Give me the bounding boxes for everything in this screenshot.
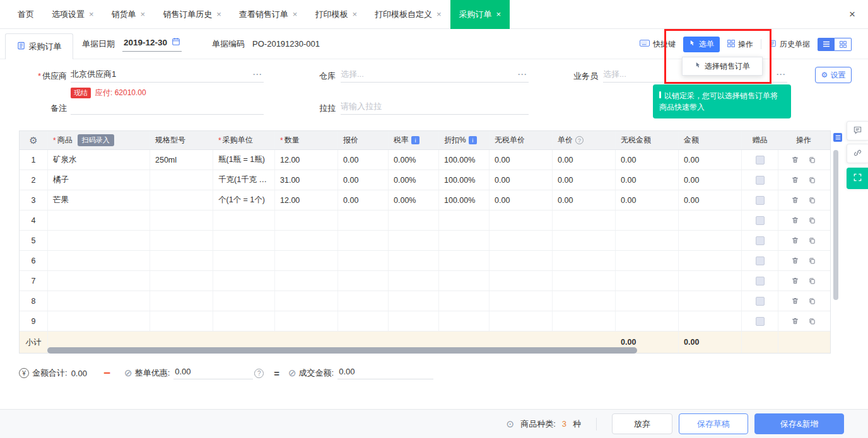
cell-qty[interactable] <box>275 251 338 270</box>
abandon-button[interactable]: 放弃 <box>612 413 672 434</box>
cell-notax-amount[interactable]: 0.00 <box>616 190 679 210</box>
copy-row-icon[interactable] <box>808 297 816 305</box>
gift-checkbox[interactable] <box>756 236 765 245</box>
warehouse-more-icon[interactable]: ⋯ <box>517 69 527 80</box>
cell-amount[interactable] <box>679 251 742 270</box>
save-draft-button[interactable]: 保存草稿 <box>679 413 748 434</box>
cell-price[interactable] <box>553 251 616 270</box>
gift-checkbox[interactable] <box>756 317 765 326</box>
salesperson-more-icon[interactable]: ⋯ <box>776 69 786 80</box>
tab-home[interactable]: 首页 <box>9 9 43 20</box>
cell-discount[interactable] <box>439 210 490 230</box>
gift-checkbox[interactable] <box>756 297 765 306</box>
close-window-icon[interactable]: × <box>849 8 855 21</box>
cell-tax[interactable] <box>389 231 439 250</box>
cell-qty[interactable] <box>275 291 338 311</box>
delete-row-icon[interactable] <box>791 256 799 265</box>
cell-discount[interactable] <box>439 311 490 331</box>
close-tab-icon[interactable]: × <box>141 9 146 19</box>
cell-notax-price[interactable]: 0.00 <box>490 190 553 210</box>
discount-help-icon[interactable]: ? <box>254 369 264 378</box>
copy-row-icon[interactable] <box>808 277 816 285</box>
settings-button[interactable]: ⚙ 设置 <box>815 67 852 83</box>
delete-row-icon[interactable] <box>791 156 799 164</box>
cell-price[interactable] <box>553 291 616 311</box>
tab-purchase-order[interactable]: 采购订单× <box>450 0 510 29</box>
cell-amount[interactable]: 0.00 <box>679 170 742 190</box>
close-tab-icon[interactable]: × <box>496 9 501 19</box>
calendar-icon[interactable] <box>172 37 180 48</box>
delete-row-icon[interactable] <box>791 317 799 325</box>
cell-quote[interactable] <box>338 291 389 311</box>
cell-unit[interactable]: 瓶(1瓶 = 1瓶) <box>213 150 275 170</box>
cell-notax-price[interactable]: 0.00 <box>490 150 553 170</box>
cell-tax[interactable] <box>389 271 439 291</box>
cell-price[interactable]: 0.00 <box>553 170 616 190</box>
copy-row-icon[interactable] <box>808 317 816 325</box>
cell-notax-price[interactable] <box>490 291 553 311</box>
cell-notax-amount[interactable] <box>616 210 679 230</box>
cell-quote[interactable] <box>338 251 389 270</box>
cell-price[interactable] <box>553 271 616 291</box>
cell-discount[interactable] <box>439 291 490 311</box>
cell-spec[interactable] <box>150 271 213 291</box>
cell-price[interactable] <box>553 231 616 250</box>
cell-price[interactable]: 0.00 <box>553 150 616 170</box>
cell-quote[interactable] <box>338 311 389 331</box>
cell-amount[interactable] <box>679 291 742 311</box>
remark-input[interactable] <box>71 98 264 115</box>
cell-qty[interactable] <box>275 311 338 331</box>
cell-spec[interactable] <box>150 311 213 331</box>
cell-qty[interactable] <box>275 271 338 291</box>
horizontal-scrollbar[interactable] <box>47 347 637 354</box>
delete-row-icon[interactable] <box>791 216 799 224</box>
cell-notax-amount[interactable] <box>616 271 679 291</box>
cell-product[interactable] <box>48 251 150 270</box>
tab-sales-order-history[interactable]: 销售订单历史× <box>154 0 230 29</box>
copy-row-icon[interactable] <box>808 256 816 265</box>
cell-discount[interactable] <box>439 271 490 291</box>
cell-notax-amount[interactable]: 0.00 <box>616 170 679 190</box>
cell-amount[interactable] <box>679 271 742 291</box>
cell-price[interactable]: 0.00 <box>553 190 616 210</box>
gift-checkbox[interactable] <box>756 256 765 265</box>
expand-button[interactable] <box>847 168 868 189</box>
cell-unit[interactable]: 千克(1千克 … <box>213 170 275 190</box>
cell-product[interactable] <box>48 291 150 311</box>
save-and-new-button[interactable]: 保存&新增 <box>754 413 844 434</box>
gift-checkbox[interactable] <box>756 196 765 205</box>
lala-input[interactable]: 请输入拉拉 <box>341 98 529 115</box>
delete-row-icon[interactable] <box>791 176 799 184</box>
cell-quote[interactable]: 0.00 <box>338 150 389 170</box>
list-view-toggle[interactable] <box>818 38 835 51</box>
cell-notax-price[interactable] <box>490 231 553 250</box>
delete-row-icon[interactable] <box>791 277 799 285</box>
cell-tax[interactable]: 0.00% <box>389 170 439 190</box>
link-button[interactable] <box>847 144 868 163</box>
cell-spec[interactable] <box>150 190 213 210</box>
cell-notax-price[interactable] <box>490 311 553 331</box>
cell-unit[interactable] <box>213 311 275 331</box>
cell-spec[interactable]: 250ml <box>150 150 213 170</box>
cell-qty[interactable] <box>275 210 338 230</box>
cell-notax-amount[interactable] <box>616 291 679 311</box>
cell-product[interactable]: 矿泉水 <box>48 150 150 170</box>
history-documents-button[interactable]: 历史单据 <box>769 39 810 50</box>
feedback-button[interactable] <box>847 121 868 141</box>
delete-row-icon[interactable] <box>791 297 799 305</box>
cell-spec[interactable] <box>150 291 213 311</box>
cell-price[interactable] <box>553 210 616 230</box>
cell-unit[interactable]: 个(1个 = 1个) <box>213 190 275 210</box>
cell-product[interactable]: 橘子 <box>48 170 150 190</box>
cell-spec[interactable] <box>150 251 213 270</box>
cell-unit[interactable] <box>213 231 275 250</box>
cell-product[interactable] <box>48 231 150 250</box>
cell-quote[interactable]: 0.00 <box>338 190 389 210</box>
close-tab-icon[interactable]: × <box>293 9 298 19</box>
cell-product[interactable] <box>48 311 150 331</box>
cell-unit[interactable] <box>213 291 275 311</box>
copy-row-icon[interactable] <box>808 156 816 164</box>
grid-view-toggle[interactable] <box>835 38 852 51</box>
tax-info-icon[interactable]: i <box>411 136 419 144</box>
discount-input[interactable]: 0.00 <box>173 367 253 379</box>
